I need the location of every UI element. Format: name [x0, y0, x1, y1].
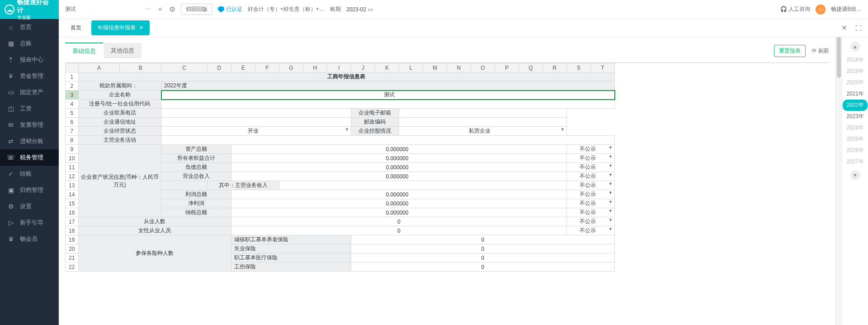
- row-header-13[interactable]: 13: [66, 181, 79, 190]
- close-icon[interactable]: ✕: [139, 25, 143, 31]
- sidebar-item-2[interactable]: ⇡报表中心: [0, 52, 59, 68]
- sidebar-item-0[interactable]: ⌂首页: [0, 19, 59, 35]
- sidebar-item-9[interactable]: ✓结账: [0, 166, 59, 182]
- publish-select-16[interactable]: 不公示▼: [566, 208, 614, 217]
- tab-home[interactable]: 首页: [65, 21, 87, 34]
- year-2025年[interactable]: 2025年: [843, 134, 868, 145]
- col-header-G[interactable]: G: [279, 63, 303, 72]
- row-header-1[interactable]: 1: [66, 72, 79, 81]
- row-header-16[interactable]: 16: [66, 208, 79, 217]
- close-all-icon[interactable]: ✕: [841, 24, 847, 32]
- company-value-cell[interactable]: 测试: [161, 91, 615, 100]
- col-header-K[interactable]: K: [375, 63, 399, 72]
- row-header-20[interactable]: 20: [66, 244, 79, 253]
- row-header-21[interactable]: 21: [66, 253, 79, 263]
- col-header-B[interactable]: B: [120, 63, 161, 72]
- col-header-H[interactable]: H: [303, 63, 327, 72]
- col-header-S[interactable]: S: [566, 63, 590, 72]
- col-header-J[interactable]: J: [351, 63, 375, 72]
- regno-cell[interactable]: [161, 100, 615, 109]
- publish-select-18[interactable]: 不公示▼: [566, 226, 614, 235]
- sheet-tab-other[interactable]: 其他信息: [104, 43, 142, 58]
- sidebar-item-3[interactable]: ¥资金管理: [0, 68, 59, 84]
- row-header-9[interactable]: 9: [66, 145, 79, 154]
- publish-select-11[interactable]: 不公示▼: [566, 163, 614, 172]
- row-header-12[interactable]: 12: [66, 172, 79, 181]
- year-2020年[interactable]: 2020年: [843, 77, 868, 88]
- row-header-8[interactable]: 8: [66, 136, 79, 145]
- row-header-17[interactable]: 17: [66, 217, 79, 226]
- publish-select-13[interactable]: 不公示▼: [566, 181, 614, 190]
- year-2019年[interactable]: 2019年: [843, 66, 868, 77]
- add-icon[interactable]: ＋: [156, 5, 164, 14]
- row-header-18[interactable]: 18: [66, 226, 79, 235]
- sidebar-item-5[interactable]: ◫工资: [0, 100, 59, 117]
- sidebar-item-10[interactable]: ▣归档管理: [0, 182, 59, 198]
- row-header-4[interactable]: 4: [66, 100, 79, 109]
- col-header-C[interactable]: C: [161, 63, 208, 72]
- publish-select-12[interactable]: 不公示▼: [566, 172, 614, 181]
- year-2023年[interactable]: 2023年: [843, 111, 868, 122]
- sheet-tab-basic[interactable]: 基础信息: [65, 43, 103, 59]
- col-header-P[interactable]: P: [495, 63, 519, 72]
- publish-select-14[interactable]: 不公示▼: [566, 190, 614, 199]
- sidebar-item-6[interactable]: ✉发票管理: [0, 117, 59, 133]
- company-select[interactable]: 测试 ﹀: [65, 4, 151, 15]
- holding-select[interactable]: 私营企业▼: [399, 127, 566, 136]
- col-header-M[interactable]: M: [423, 63, 447, 72]
- year-down-icon[interactable]: ▼: [850, 170, 860, 180]
- tab-annual-report[interactable]: 年报信息申报表 ✕: [91, 20, 150, 35]
- row-header-11[interactable]: 11: [66, 163, 79, 172]
- col-header-N[interactable]: N: [447, 63, 471, 72]
- refresh-button[interactable]: ⟳ 刷新: [812, 47, 829, 55]
- sidebar-item-12[interactable]: ▷新手引导: [0, 215, 59, 231]
- support-link[interactable]: 🎧 人工咨询: [780, 5, 810, 13]
- col-header-Q[interactable]: Q: [519, 63, 542, 72]
- row-header-5[interactable]: 5: [66, 109, 79, 118]
- gear-icon[interactable]: ⚙: [169, 5, 175, 14]
- sidebar-item-7[interactable]: ⇄进销台账: [0, 133, 59, 149]
- row-header-6[interactable]: 6: [66, 118, 79, 127]
- vertical-scrollbar[interactable]: [835, 37, 842, 325]
- year-2018年[interactable]: 2018年: [843, 54, 868, 66]
- col-header-A[interactable]: A: [78, 63, 120, 72]
- col-header-L[interactable]: L: [399, 63, 423, 72]
- sidebar-item-8[interactable]: ☏税务管理: [0, 149, 59, 166]
- publish-select-10[interactable]: 不公示▼: [566, 154, 614, 163]
- switch-old-button[interactable]: 切回旧版: [181, 4, 212, 15]
- period-select[interactable]: 2023-02 ▭: [346, 6, 373, 13]
- row-header-7[interactable]: 7: [66, 127, 79, 136]
- col-header-D[interactable]: D: [207, 63, 231, 72]
- year-2021年[interactable]: 2021年: [843, 88, 868, 100]
- col-header-I[interactable]: I: [327, 63, 351, 72]
- status-select[interactable]: 开业▼: [161, 127, 351, 136]
- avatar[interactable]: [816, 5, 826, 14]
- row-header-15[interactable]: 15: [66, 199, 79, 208]
- spreadsheet[interactable]: ABCDEFGHIJKLMNOPQRST 1工商年报信息表2税款所属期间：202…: [65, 62, 829, 325]
- year-2022年[interactable]: 2022年: [843, 100, 868, 111]
- year-2024年[interactable]: 2024年: [843, 122, 868, 134]
- reset-button[interactable]: 重置报表: [774, 45, 806, 57]
- row-header-19[interactable]: 19: [66, 235, 79, 244]
- col-header-T[interactable]: T: [590, 63, 614, 72]
- row-header-14[interactable]: 14: [66, 190, 79, 199]
- year-2027年[interactable]: 2027年: [843, 156, 868, 167]
- row-header-3[interactable]: 3: [66, 91, 79, 100]
- sidebar-item-4[interactable]: ▭固定资产: [0, 84, 59, 100]
- publish-select-15[interactable]: 不公示▼: [566, 199, 614, 208]
- row-header-10[interactable]: 10: [66, 154, 79, 163]
- col-header-R[interactable]: R: [542, 63, 566, 72]
- sidebar-item-13[interactable]: ♛畅会员: [0, 231, 59, 247]
- col-header-O[interactable]: O: [471, 63, 495, 72]
- sidebar-item-1[interactable]: ▦总账: [0, 35, 59, 52]
- fullscreen-icon[interactable]: ⛶: [855, 24, 862, 32]
- sidebar-item-11[interactable]: ⚙设置: [0, 198, 59, 215]
- publish-select-9[interactable]: 不公示▼: [566, 145, 614, 154]
- year-up-icon[interactable]: ▲: [850, 42, 860, 52]
- corner-cell[interactable]: [66, 63, 79, 72]
- col-header-F[interactable]: F: [255, 63, 279, 72]
- row-header-2[interactable]: 2: [66, 81, 79, 91]
- row-header-22[interactable]: 22: [66, 263, 79, 272]
- year-2026年[interactable]: 2026年: [843, 145, 868, 156]
- publish-select-17[interactable]: 不公示▼: [566, 217, 614, 226]
